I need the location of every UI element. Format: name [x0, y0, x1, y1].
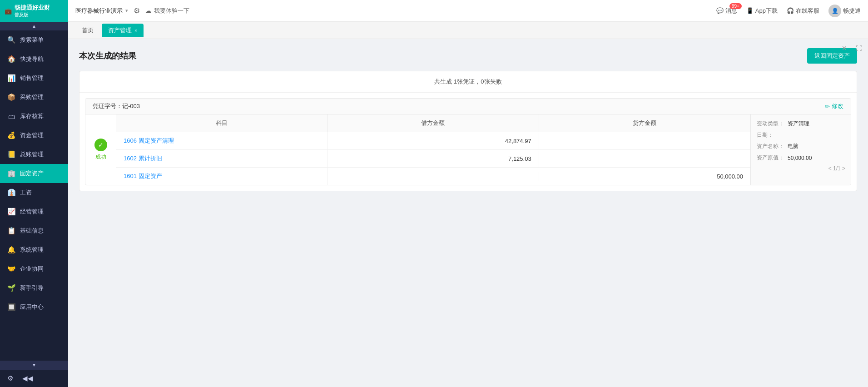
- sidebar-footer: ⚙ ◀◀: [0, 369, 68, 387]
- sidebar: 💼 畅捷通好业财 普及版 ▲ 🔍搜索菜单🏠快捷导航📊销售管理📦采购管理🗃库存核算…: [0, 0, 68, 387]
- sidebar-item-inventory[interactable]: 🗃库存核算: [0, 107, 68, 126]
- sidebar-item-label: 应用中心: [20, 303, 44, 311]
- phone-icon: 📱: [746, 7, 754, 14]
- tab-home[interactable]: 首页: [75, 24, 100, 37]
- voucher-sidebar-panel: 变动类型： 资产清理 日期： 资产名称： 电脑 资产原值：: [751, 114, 851, 185]
- sidebar-item-label: 资金管理: [20, 131, 44, 139]
- sidebar-item-app-center[interactable]: 🔲应用中心: [0, 298, 68, 317]
- sidebar-nav: 🔍搜索菜单🏠快捷导航📊销售管理📦采购管理🗃库存核算💰资金管理📒总账管理🏢固定资产…: [0, 30, 68, 361]
- user-label: 畅捷通: [843, 7, 861, 15]
- result-panel: 共生成 1张凭证，0张失败 凭证字号：记-003 ✏ 修改 ✓ 成功: [79, 71, 857, 191]
- experience-button[interactable]: ☁ 我要体验一下: [145, 7, 189, 15]
- sidebar-item-quick-nav[interactable]: 🏠快捷导航: [0, 50, 68, 69]
- system-icon: 🔔: [7, 246, 15, 254]
- success-icon: ✓: [94, 139, 107, 151]
- sidebar-scroll-up[interactable]: ▲: [0, 22, 68, 30]
- asset-name-label: 资产名称：: [757, 143, 784, 150]
- sidebar-item-guide[interactable]: 🌱新手引导: [0, 278, 68, 298]
- collapse-icon[interactable]: ◀◀: [22, 374, 33, 382]
- panel-controls: ✕ ⛶: [839, 43, 864, 54]
- pagination[interactable]: < 1/1 >: [757, 165, 845, 172]
- sidebar-item-label: 经营管理: [20, 208, 44, 216]
- cell-subject[interactable]: 1602 累计折旧: [116, 150, 327, 167]
- sidebar-item-sales[interactable]: 📊销售管理: [0, 69, 68, 88]
- table-row: 1601 固定资产 50,000.00: [116, 168, 750, 185]
- app-download-button[interactable]: 📱 App下载: [746, 7, 778, 15]
- company-selector[interactable]: 医疗器械行业演示 ▾: [75, 7, 128, 15]
- sidebar-scroll-down[interactable]: ▼: [0, 361, 68, 369]
- tabbar: 首页 资产管理 ×: [68, 22, 868, 39]
- user-menu[interactable]: 👤 畅捷通: [828, 5, 861, 17]
- cell-debit: 42,874.97: [327, 133, 539, 149]
- sidebar-item-fixed-assets[interactable]: 🏢固定资产: [0, 164, 68, 183]
- operations-icon: 📈: [7, 208, 15, 216]
- guide-icon: 🌱: [7, 284, 15, 292]
- change-type-label: 变动类型：: [757, 120, 784, 128]
- tab-active-label: 资产管理: [108, 26, 132, 35]
- sidebar-item-label: 总账管理: [20, 150, 44, 159]
- sidebar-item-label: 工资: [20, 189, 32, 197]
- edit-voucher-button[interactable]: ✏ 修改: [825, 102, 843, 110]
- sidebar-item-system[interactable]: 🔔系统管理: [0, 240, 68, 259]
- payroll-icon: 👔: [7, 189, 15, 197]
- notifications-badge: 99+: [729, 3, 742, 9]
- topbar-right: 💬 消息 99+ 📱 App下载 🎧 在线客服 👤 畅捷通: [716, 5, 861, 17]
- chevron-down-icon: ▾: [125, 8, 128, 14]
- tab-close-icon[interactable]: ×: [134, 28, 137, 33]
- ledger-icon: 📒: [7, 150, 15, 159]
- app-download-label: App下载: [755, 7, 778, 15]
- notifications-button[interactable]: 💬 消息 99+: [716, 7, 737, 15]
- app-version: 普及版: [15, 12, 50, 18]
- cell-subject[interactable]: 1606 固定资产清理: [116, 132, 327, 149]
- asset-name-row: 资产名称： 电脑: [757, 143, 845, 150]
- change-type-value: 资产清理: [788, 120, 809, 128]
- purchase-icon: 📦: [7, 93, 15, 101]
- search-icon: 🔍: [7, 36, 15, 44]
- edit-label: 修改: [832, 102, 843, 110]
- page-title: 本次生成的结果: [79, 50, 136, 61]
- voucher-body: ✓ 成功 科目 借方金额 贷方金额 1606 固定资产清理 42,874.97: [85, 114, 851, 185]
- cell-subject[interactable]: 1601 固定资产: [116, 168, 327, 185]
- success-indicator: ✓ 成功: [85, 114, 116, 185]
- sidebar-item-label: 新手引导: [20, 284, 44, 292]
- cloud-icon: ☁: [145, 7, 151, 14]
- expand-panel-button[interactable]: ⛶: [853, 43, 864, 54]
- asset-original-value-label: 资产原值：: [757, 154, 784, 162]
- close-panel-button[interactable]: ✕: [839, 43, 850, 54]
- sidebar-item-label: 系统管理: [20, 246, 44, 254]
- inventory-icon: 🗃: [7, 113, 15, 120]
- voucher-table: 科目 借方金额 贷方金额 1606 固定资产清理 42,874.97 1602 …: [116, 114, 751, 185]
- topbar: 医疗器械行业演示 ▾ ⚙ ☁ 我要体验一下 💬 消息 99+ 📱 App下载 🎧…: [68, 0, 868, 22]
- cell-credit: [539, 136, 750, 145]
- online-service-button[interactable]: 🎧 在线客服: [787, 7, 819, 15]
- tab-asset-management[interactable]: 资产管理 ×: [102, 24, 144, 37]
- cell-credit: [539, 154, 750, 163]
- fixed-assets-icon: 🏢: [7, 169, 15, 178]
- app-name: 畅捷通好业财: [15, 4, 50, 12]
- col-subject: 科目: [116, 114, 327, 132]
- main-area: 医疗器械行业演示 ▾ ⚙ ☁ 我要体验一下 💬 消息 99+ 📱 App下载 🎧…: [68, 0, 868, 387]
- col-credit: 贷方金额: [539, 114, 750, 132]
- app-logo: 💼 畅捷通好业财 普及版: [0, 0, 68, 22]
- sidebar-item-operations[interactable]: 📈经营管理: [0, 202, 68, 221]
- sidebar-item-enterprise[interactable]: 🤝企业协同: [0, 259, 68, 278]
- online-service-label: 在线客服: [796, 7, 819, 15]
- sidebar-item-basic-info[interactable]: 📋基础信息: [0, 221, 68, 240]
- sidebar-item-ledger[interactable]: 📒总账管理: [0, 145, 68, 164]
- sidebar-item-label: 库存核算: [20, 112, 44, 120]
- company-name: 医疗器械行业演示: [75, 7, 123, 15]
- voucher-header: 凭证字号：记-003 ✏ 修改: [85, 99, 851, 114]
- settings-icon[interactable]: ⚙: [7, 374, 13, 382]
- sidebar-item-label: 固定资产: [20, 169, 44, 178]
- sidebar-item-payroll[interactable]: 👔工资: [0, 183, 68, 202]
- voucher-number: 凭证字号：记-003: [93, 102, 140, 110]
- date-row: 日期：: [757, 131, 845, 139]
- experience-label: 我要体验一下: [154, 7, 189, 15]
- success-label: 成功: [95, 153, 106, 161]
- sidebar-item-purchase[interactable]: 📦采购管理: [0, 88, 68, 107]
- sidebar-item-search[interactable]: 🔍搜索菜单: [0, 30, 68, 50]
- avatar: 👤: [828, 5, 841, 17]
- sidebar-item-finance[interactable]: 💰资金管理: [0, 126, 68, 145]
- gear-icon[interactable]: ⚙: [134, 6, 140, 15]
- sidebar-item-label: 销售管理: [20, 74, 44, 82]
